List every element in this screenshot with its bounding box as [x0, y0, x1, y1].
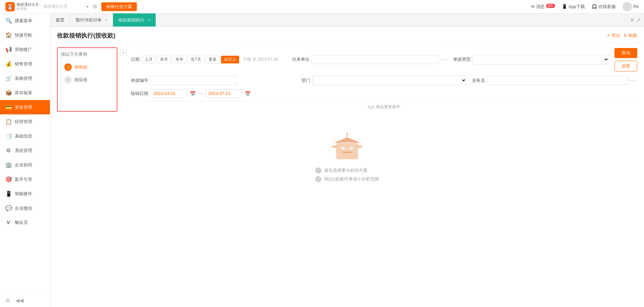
- marketing-icon: 📢: [5, 46, 11, 53]
- department-select[interactable]: [312, 75, 467, 85]
- docnumber-input[interactable]: [150, 76, 237, 85]
- app-download-btn[interactable]: 📱 App下载: [562, 4, 585, 10]
- brand-name: 畅捷通好生意: [44, 4, 84, 9]
- query-btn[interactable]: 查询: [614, 48, 637, 58]
- sidebar-item-search-menu[interactable]: 🔍 搜索菜单: [0, 13, 50, 28]
- refresh-btn[interactable]: ↻ 刷新: [624, 33, 637, 39]
- tab-prepay[interactable]: 预付冲应付单 ×: [70, 13, 113, 27]
- system-icon: ⚙: [5, 147, 11, 154]
- department-filter-cell: 部门: [302, 75, 467, 85]
- query-option-by-receivable[interactable]: ⏱ 按应收: [61, 74, 113, 86]
- tabbar: 首页 预付冲应付单 × 收款核销执行 × ✕ ⤢: [50, 13, 644, 27]
- svg-rect-7: [332, 146, 337, 148]
- filter-container: 按以下方查询 💰 按收款 ⏱ 按应收 «: [50, 43, 644, 112]
- query-option-label: 按收款: [74, 64, 88, 70]
- gear-bottom-icon[interactable]: ⚙: [5, 297, 10, 304]
- app-logo: 🐰 畅捷通好生意 标准版: [5, 2, 39, 11]
- dropdown-arrow-icon[interactable]: ▾: [87, 4, 89, 9]
- sales-icon: 💰: [5, 61, 11, 67]
- sidebar-item-operation[interactable]: 📋 经营管理: [0, 114, 50, 129]
- svg-text:✦: ✦: [358, 138, 361, 141]
- tab-collection-close-icon[interactable]: ×: [148, 18, 150, 22]
- collapse-more-btn[interactable]: ⋀⋀ 收起更多条件: [368, 104, 400, 110]
- date-no-limit: 不限 至 2023-07-26: [243, 57, 278, 62]
- counterpart-input[interactable]: [312, 55, 439, 64]
- tab-prepay-label: 预付冲应付单: [75, 17, 102, 23]
- date-btn-more[interactable]: 更多: [206, 56, 220, 63]
- sidebar-item-wechat[interactable]: 💬 企业微信: [0, 201, 50, 215]
- verify-date-end-input[interactable]: [205, 89, 242, 98]
- verify-cal-end-icon[interactable]: 📅: [245, 91, 251, 96]
- sidebar-item-label: 资金管理: [15, 104, 32, 110]
- settings-btn[interactable]: 设置: [614, 61, 637, 71]
- tab-collection-label: 收款核销执行: [118, 17, 145, 23]
- tab-prepay-close-icon[interactable]: ×: [105, 18, 107, 22]
- sidebar-item-sales[interactable]: 💰 销售管理: [0, 57, 50, 71]
- collapse-panel-btn[interactable]: «: [120, 49, 127, 56]
- vip-icon: V: [5, 220, 11, 225]
- verify-date-start-input[interactable]: [150, 89, 187, 98]
- svg-rect-0: [336, 143, 358, 159]
- tab-close-btn[interactable]: ✕: [630, 17, 634, 23]
- empty-tip-1: 1 请先选择要分析的方案: [315, 167, 379, 173]
- sidebar-item-label: 经营管理: [15, 119, 32, 125]
- sidebar-item-quick-nav[interactable]: 🏠 快捷导航: [0, 28, 50, 42]
- doctype-filter-cell: 单据类型: [453, 55, 609, 64]
- industry-btn[interactable]: 休验行业方案: [101, 2, 137, 11]
- counterpart-label: 往来单位: [292, 56, 310, 62]
- tab-collection[interactable]: 收款核销执行 ×: [113, 13, 156, 27]
- sidebar-item-guide[interactable]: 🎯 新手引导: [0, 172, 50, 187]
- sidebar-item-capital[interactable]: 💳 资金管理: [0, 100, 50, 114]
- empty-state: ✦ ✦ 1 请先选择要分析的方案 2 用[过滤]条件来缩小分析范围: [50, 112, 644, 202]
- verify-date-filter-cell: 核销日期 📅 — 📅: [131, 89, 637, 98]
- salesperson-input[interactable]: [487, 76, 628, 85]
- sidebar-bottom: ⚙ ◀◀: [0, 294, 50, 307]
- purchase-icon: 🛒: [5, 75, 11, 82]
- sidebar-item-purchase[interactable]: 🛒 采购管理: [0, 71, 50, 86]
- date-btn-last-month[interactable]: 上月: [142, 56, 156, 63]
- empty-tip-2: 2 用[过滤]条件来缩小分析范围: [315, 176, 379, 182]
- tip-text-1: 请先选择要分析的方案: [324, 167, 368, 173]
- date-btn-7days[interactable]: 近7天: [188, 56, 204, 63]
- docnumber-filter-cell: 单据编号: [131, 76, 296, 85]
- counterpart-filter-cell: 往来单位 ···: [292, 55, 448, 64]
- online-service-btn[interactable]: 🎧 在线客服: [592, 4, 616, 10]
- date-filter-cell: 日期 上月 本月 本年 近7天 更多 自定义 不限 至 2023-07-26: [131, 56, 287, 63]
- user-avatar[interactable]: Rit: [623, 2, 639, 11]
- message-btn[interactable]: ✉ 消息 99+: [531, 4, 555, 10]
- settings-icon[interactable]: ⚙: [93, 3, 97, 10]
- sidebar-item-inventory[interactable]: 📦 库存核算: [0, 86, 50, 100]
- sidebar-item-marketing[interactable]: 📢 营销推广: [0, 42, 50, 57]
- username: Rit: [633, 4, 639, 9]
- counterpart-dots-btn[interactable]: ···: [441, 56, 448, 63]
- collapse-sidebar-icon[interactable]: ◀◀: [15, 297, 23, 304]
- sidebar-item-label: 系统管理: [15, 148, 32, 154]
- tab-expand-btn[interactable]: ⤢: [636, 17, 641, 23]
- query-option-by-collection[interactable]: 💰 按收款: [61, 61, 113, 73]
- date-btn-this-month[interactable]: 本月: [157, 56, 171, 63]
- app-name: 畅捷通好生意 标准版: [17, 2, 39, 11]
- tab-actions: ✕ ⤢: [630, 17, 644, 23]
- date-separator: —: [198, 91, 203, 96]
- export-btn[interactable]: ↗ 导出: [606, 33, 620, 39]
- verify-cal-start-icon[interactable]: 📅: [190, 91, 196, 96]
- salesperson-dots-btn[interactable]: ···: [630, 77, 637, 84]
- tip-num-2: 2: [315, 176, 321, 182]
- sidebar-item-vip[interactable]: V 畅会员: [0, 215, 50, 229]
- tab-home[interactable]: 首页: [50, 13, 70, 27]
- message-badge: 99+: [546, 4, 555, 8]
- sidebar-item-enterprise[interactable]: 🏢 企业协同: [0, 158, 50, 172]
- sidebar-item-hardware[interactable]: 📱 智能硬件: [0, 187, 50, 201]
- sidebar-item-basic-info[interactable]: 📑 基础信息: [0, 129, 50, 143]
- inventory-icon: 📦: [5, 90, 11, 96]
- collapse-icon: ⋀⋀: [368, 105, 375, 109]
- docnumber-label: 单据编号: [131, 78, 148, 84]
- date-btn-custom[interactable]: 自定义: [221, 56, 239, 63]
- sidebar-item-label: 畅会员: [15, 219, 28, 225]
- date-btn-this-year[interactable]: 本年: [172, 56, 186, 63]
- department-label: 部门: [302, 78, 310, 84]
- sidebar-item-label: 库存核算: [15, 90, 32, 96]
- sidebar-item-system[interactable]: ⚙ 系统管理: [0, 143, 50, 158]
- tip-num-1: 1: [315, 167, 321, 173]
- doctype-select[interactable]: [473, 55, 609, 64]
